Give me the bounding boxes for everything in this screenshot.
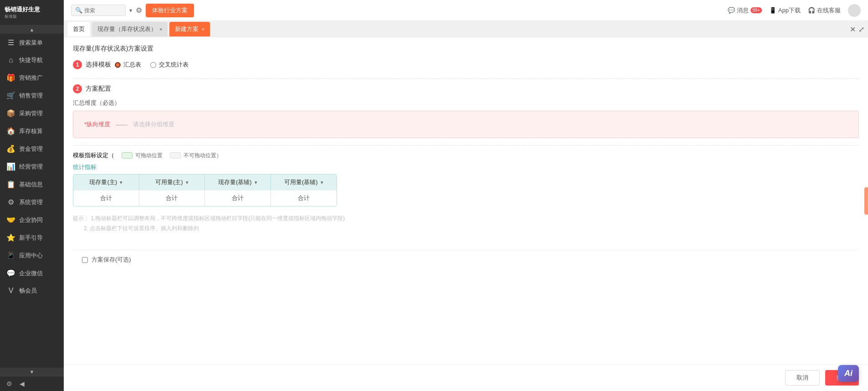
sidebar-item-label: 系统管理 bbox=[19, 198, 43, 206]
stats-th-2[interactable]: 现存量(基辅) ▾ bbox=[205, 175, 271, 190]
divider-2 bbox=[73, 145, 859, 146]
sidebar-item-label: 搜索菜单 bbox=[19, 39, 43, 47]
sidebar-item-system[interactable]: ⚙ 系统管理 bbox=[0, 193, 64, 211]
divider-1 bbox=[73, 78, 859, 79]
topbar-gear-icon[interactable]: ⚙ bbox=[136, 6, 142, 15]
chevron-down-1-icon[interactable]: ▾ bbox=[186, 180, 189, 185]
sidebar-item-purchase[interactable]: 📦 采购管理 bbox=[0, 104, 64, 122]
template-radio-group: 汇总表 交叉统计表 bbox=[115, 61, 189, 69]
sidebar-item-operations[interactable]: 📊 经营管理 bbox=[0, 158, 64, 175]
tab-new-scheme-label: 新建方案 bbox=[175, 25, 199, 33]
tab-inventory-close-icon[interactable]: × bbox=[159, 26, 162, 32]
tip-prefix: 提示： 1.拖动标题栏可以调整布局，不可跨维度或指标区域拖动栏目字段(只能在同一… bbox=[73, 214, 859, 224]
stats-th-3[interactable]: 可用量(基辅) ▾ bbox=[271, 175, 337, 190]
section-template: 1 选择模板 汇总表 交叉统计表 bbox=[73, 60, 859, 69]
radio-crosstab[interactable]: 交叉统计表 bbox=[150, 61, 189, 69]
indicator-setting-prefix: 模板指标设定（ bbox=[73, 151, 114, 159]
enterprise-icon: 🤝 bbox=[6, 216, 15, 224]
user-avatar[interactable] bbox=[848, 4, 861, 17]
sidebar-item-label: 基础信息 bbox=[19, 180, 43, 189]
sidebar-item-member[interactable]: V 畅会员 bbox=[0, 282, 64, 299]
sidebar-item-label: 快捷导航 bbox=[19, 56, 43, 64]
tips-section: 提示： 1.拖动标题栏可以调整布局，不可跨维度或指标区域拖动栏目字段(只能在同一… bbox=[73, 214, 859, 241]
sidebar-item-label: 企业协同 bbox=[19, 216, 43, 224]
sidebar-scroll-down[interactable]: ▼ bbox=[0, 368, 64, 376]
bottom-bar: 取消 查询 bbox=[64, 364, 868, 391]
tip-2: 2. 点击标题栏下拉可设置排序、插入列和删除列 bbox=[73, 224, 859, 234]
chevron-down-2-icon[interactable]: ▾ bbox=[255, 180, 257, 185]
tab-expand-button[interactable]: ⤢ bbox=[858, 25, 864, 34]
stats-th-3-label: 可用量(基辅) bbox=[284, 178, 318, 186]
stats-th-0[interactable]: 现存量(主) ▾ bbox=[73, 175, 139, 190]
stats-td-2: 合计 bbox=[205, 190, 271, 206]
app-download-item[interactable]: 📱 App下载 bbox=[769, 6, 801, 15]
vertical-dim-label: *纵向维度 bbox=[84, 120, 110, 129]
tab-inventory-status[interactable]: 现存量（库存状况表） × bbox=[92, 22, 168, 36]
sidebar-collapse-icon[interactable]: ◀ bbox=[20, 380, 25, 387]
sidebar-settings-icon[interactable]: ⚙ bbox=[6, 380, 12, 387]
chevron-down-0-icon[interactable]: ▾ bbox=[120, 180, 123, 185]
radio-crosstab-label: 交叉统计表 bbox=[159, 61, 189, 69]
draggable-label: 可拖动位置 bbox=[135, 152, 163, 159]
save-checkbox[interactable] bbox=[82, 257, 88, 263]
sidebar-item-wechat[interactable]: 💬 企业微信 bbox=[0, 264, 64, 282]
sidebar-item-label: 资金管理 bbox=[19, 145, 43, 153]
not-draggable-legend-box bbox=[170, 152, 181, 159]
member-icon: V bbox=[6, 287, 15, 295]
sidebar-item-label: 畅会员 bbox=[19, 287, 37, 295]
app-version: 标准版 bbox=[5, 14, 59, 20]
sidebar-scroll-up[interactable]: ▲ bbox=[0, 26, 64, 34]
customer-service-icon: 🎧 bbox=[808, 7, 815, 14]
radio-summary[interactable]: 汇总表 bbox=[115, 61, 141, 69]
dimension-label: 汇总维度（必选） bbox=[73, 99, 859, 107]
stats-th-1[interactable]: 可用量(主) ▾ bbox=[139, 175, 205, 190]
section-config: 2 方案配置 汇总维度（必选） *纵向维度 —— 请选择分组维度 bbox=[73, 84, 859, 241]
base-info-icon: 📋 bbox=[6, 180, 15, 189]
dropdown-icon[interactable]: ▾ bbox=[129, 7, 132, 14]
sidebar-item-finance[interactable]: 💰 资金管理 bbox=[0, 140, 64, 158]
sidebar-item-base-info[interactable]: 📋 基础信息 bbox=[0, 175, 64, 193]
quick-nav-icon: ⌂ bbox=[6, 56, 15, 64]
section2-label: 方案配置 bbox=[86, 85, 111, 93]
sidebar-item-marketing[interactable]: 🎁 营销推广 bbox=[0, 69, 64, 87]
right-scroll-indicator bbox=[864, 187, 868, 215]
tip-1: 1.拖动标题栏可以调整布局，不可跨维度或指标区域拖动栏目字段(只能在同一维度或指… bbox=[91, 215, 345, 221]
legend-not-draggable: 不可拖动位置） bbox=[170, 152, 222, 159]
sidebar-item-inventory[interactable]: 🏠 库存核算 bbox=[0, 122, 64, 140]
topbar-right: 💬 消息 99+ 📱 App下载 🎧 在线客服 bbox=[728, 4, 861, 17]
sidebar-item-label: 经营管理 bbox=[19, 163, 43, 171]
sidebar-item-sales[interactable]: 🛒 销售管理 bbox=[0, 87, 64, 104]
sidebar-item-quick-nav[interactable]: ⌂ 快捷导航 bbox=[0, 51, 64, 69]
stats-th-1-label: 可用量(主) bbox=[155, 178, 183, 186]
tab-new-scheme[interactable]: 新建方案 × bbox=[169, 22, 209, 36]
sidebar-item-label: 销售管理 bbox=[19, 92, 43, 100]
search-box[interactable]: 🔍 bbox=[71, 5, 126, 16]
tab-new-scheme-close-icon[interactable]: × bbox=[201, 26, 204, 32]
sidebar-item-search-menu[interactable]: ☰ 搜索菜单 bbox=[0, 34, 64, 51]
tab-close-window-button[interactable]: ✕ bbox=[850, 25, 856, 34]
section1-num: 1 bbox=[73, 60, 82, 69]
sidebar-item-label: 新手引导 bbox=[19, 234, 43, 242]
sidebar-item-app-center[interactable]: 📱 应用中心 bbox=[0, 247, 64, 264]
newcomer-icon: ⭐ bbox=[6, 233, 15, 242]
tabs-right-controls: ✕ ⤢ bbox=[850, 25, 864, 34]
sidebar-item-label: 采购管理 bbox=[19, 109, 43, 118]
chevron-down-3-icon[interactable]: ▾ bbox=[321, 180, 323, 185]
radio-summary-input[interactable] bbox=[115, 62, 121, 68]
trial-industry-button[interactable]: 体验行业方案 bbox=[146, 4, 194, 17]
customer-service-item[interactable]: 🎧 在线客服 bbox=[808, 6, 841, 15]
content-panel: 现存量(库存状况表)方案设置 1 选择模板 汇总表 交叉统计表 bbox=[64, 37, 868, 364]
app-download-icon: 📱 bbox=[769, 7, 776, 14]
cancel-button[interactable]: 取消 bbox=[785, 370, 820, 386]
finance-icon: 💰 bbox=[6, 144, 15, 153]
messages-item[interactable]: 💬 消息 99+ bbox=[728, 6, 762, 15]
tab-home[interactable]: 首页 bbox=[67, 22, 90, 36]
topbar: 🔍 ▾ ⚙ 体验行业方案 💬 消息 99+ 📱 App下载 🎧 在线客服 bbox=[64, 0, 868, 21]
radio-crosstab-input[interactable] bbox=[150, 62, 156, 68]
sidebar-item-newcomer[interactable]: ⭐ 新手引导 bbox=[0, 229, 64, 247]
dimension-required-box[interactable]: *纵向维度 —— 请选择分组维度 bbox=[73, 111, 859, 138]
search-input[interactable] bbox=[84, 7, 121, 14]
sidebar-item-enterprise[interactable]: 🤝 企业协同 bbox=[0, 211, 64, 229]
sidebar-footer: ⚙ ◀ bbox=[0, 376, 64, 391]
ai-badge[interactable]: Ai bbox=[838, 365, 859, 382]
